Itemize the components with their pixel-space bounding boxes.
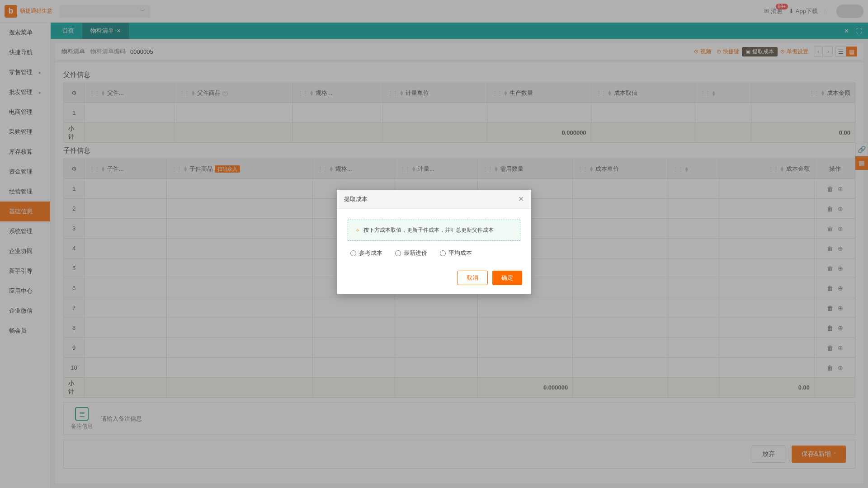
extract-cost-dialog: 提取成本 ✕ ✧ 按下方成本取值，更新子件成本，并汇总更新父件成本 参考成本 最… [337, 190, 531, 294]
dialog-cancel-button[interactable]: 取消 [457, 271, 488, 285]
dialog-ok-button[interactable]: 确定 [492, 271, 522, 285]
option-avg-cost[interactable]: 平均成本 [440, 249, 472, 257]
cost-option-group: 参考成本 最新进价 平均成本 [348, 241, 520, 262]
dialog-header: 提取成本 ✕ [337, 190, 531, 209]
close-icon[interactable]: ✕ [518, 195, 524, 203]
dialog-hint: ✧ 按下方成本取值，更新子件成本，并汇总更新父件成本 [348, 220, 520, 241]
option-ref-cost[interactable]: 参考成本 [350, 249, 382, 257]
dialog-title: 提取成本 [344, 195, 368, 203]
dialog-hint-text: 按下方成本取值，更新子件成本，并汇总更新父件成本 [363, 226, 494, 234]
bulb-icon: ✧ [355, 227, 360, 234]
option-latest-price[interactable]: 最新进价 [395, 249, 427, 257]
modal-overlay: 提取成本 ✕ ✧ 按下方成本取值，更新子件成本，并汇总更新父件成本 参考成本 最… [0, 0, 868, 488]
